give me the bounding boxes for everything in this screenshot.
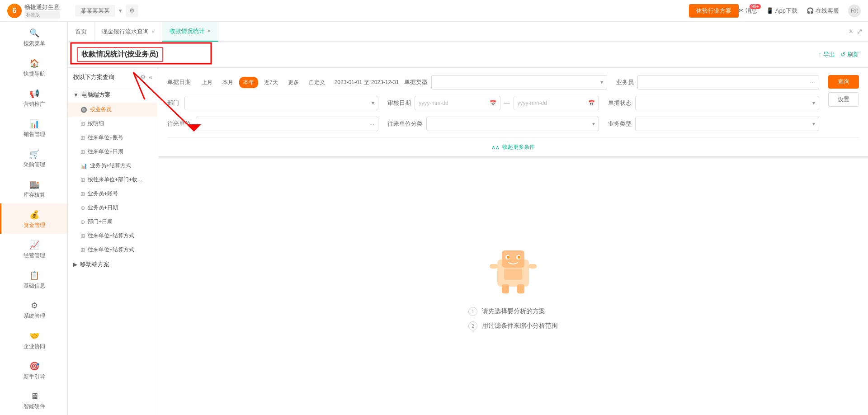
tab-cashflow[interactable]: 现金银行流水查询 × [94,22,162,42]
scheme-panel: 按以下方案查询 + ⚙ « ▼ 电脑端方案 🔘 按业务员 [68,68,158,415]
filter-row-3: 往来单位 ··· 往来单位分类 [167,117,819,131]
tab-receipt-stats-close[interactable]: × [208,28,211,34]
filter-settings-button[interactable]: 设置 [828,92,859,107]
sidebar-item-guide[interactable]: 🎯 新手引导 [0,355,67,385]
scheme-item-icon-5: ⊞ [80,177,85,183]
sidebar-label-sysadmin: 系统管理 [24,312,45,320]
step-1-num: 1 [468,307,477,316]
sidebar-item-corp[interactable]: 🤝 企业协同 [0,325,67,355]
scheme-item-4[interactable]: 📊 业务员+结算方式 [68,159,158,173]
sidebar-item-inventory[interactable]: 🏬 库存核算 [0,173,67,203]
scheme-item-2[interactable]: ⊞ 往来单位+账号 [68,131,158,145]
scheme-category-desktop[interactable]: ▼ 电脑端方案 [68,87,158,103]
scheme-item-8[interactable]: ⊙ 部门+日期 [68,215,158,229]
page-header: 收款情况统计(按业务员) ↑ 导出 ↺ 刷新 [68,42,868,68]
doc-status-select[interactable]: ▾ [635,96,819,110]
shortcut-last-month[interactable]: 上月 [198,77,217,88]
sidebar-item-finance[interactable]: 💰 资金管理 [0,203,67,234]
tab-close-all-icon[interactable]: × [849,28,853,36]
sidebar-item-baseinfo[interactable]: 📋 基础信息 [0,264,67,294]
refresh-button[interactable]: ↺ 刷新 [840,51,859,59]
settings-icon[interactable]: ⚙ [126,5,138,17]
user-avatar-text: Rit [851,7,858,14]
scheme-collapse-icon[interactable]: « [149,74,152,81]
tab-restore-icon[interactable]: ⤢ [857,27,863,36]
scheme-item-7[interactable]: ⊙ 业务员+日期 [68,201,158,215]
sidebar-item-purchase[interactable]: 🛒 采购管理 [0,143,67,173]
sidebar-label-marketing: 营销推广 [24,100,45,108]
online-service-label: 在线客服 [816,7,839,15]
scheme-item-6[interactable]: ⊞ 业务员+账号 [68,187,158,201]
shortcut-custom[interactable]: 自定义 [305,77,329,88]
calendar-icon-2: 📅 [588,100,595,106]
shortcut-more[interactable]: 更多 [284,77,303,88]
scheme-item-3[interactable]: ⊞ 往来单位+日期 [68,145,158,159]
svg-rect-8 [528,264,537,269]
counterpart-category-select[interactable]: ▾ [426,117,599,131]
export-icon: ↑ [819,51,822,58]
scheme-header: 按以下方案查询 + ⚙ « [68,68,158,87]
scheme-item-9[interactable]: ⊞ 往来单位+结算方式 [68,229,158,243]
app-download-area[interactable]: 📱 App下载 [766,7,797,15]
scheme-item-5[interactable]: ⊞ 按往来单位+部门+收... [68,173,158,187]
doctype-select[interactable]: ▾ [431,75,607,90]
export-button[interactable]: ↑ 导出 [819,51,835,59]
export-label: 导出 [823,51,835,59]
review-date-to[interactable]: yyyy-mm-dd 📅 [514,96,599,110]
scheme-category-mobile-arrow: ▶ [73,261,77,268]
dept-select[interactable]: ▾ [184,96,378,110]
doc-status-chevron-icon: ▾ [812,100,815,106]
collapse-icon: ∧∧ [491,144,500,151]
sidebar-item-search[interactable]: 🔍 搜索菜单 [0,22,67,52]
shortcut-7days[interactable]: 近7天 [260,77,282,88]
sidebar-item-sysadmin[interactable]: ⚙ 系统管理 [0,294,67,325]
message-area[interactable]: ✉ 消息 99+ [739,7,757,15]
scheme-settings-icon[interactable]: ⚙ [140,74,146,81]
business-type-label: 业务类型 [608,120,632,128]
phone-icon: 📱 [766,7,774,14]
tab-home[interactable]: 首页 [68,22,94,42]
date-filter-row: 单据日期 上月 本月 本年 近7天 更多 自定义 [167,75,819,90]
sidebar-item-sales[interactable]: 📊 销售管理 [0,113,67,143]
sidebar-item-hardware[interactable]: 🖥 智能硬件 [0,385,67,415]
business-type-select[interactable]: ▾ [635,117,819,131]
marketing-icon: 📢 [29,89,39,99]
filter-row-1: 单据日期 上月 本月 本年 近7天 更多 自定义 [167,75,859,131]
user-avatar[interactable]: Rit [848,5,861,17]
shortcut-this-year[interactable]: 本年 [239,77,258,88]
sidebar-label-business: 经营管理 [24,252,45,259]
sidebar-item-marketing[interactable]: 📢 营销推广 [0,82,67,113]
tab-cashflow-close[interactable]: × [151,28,155,35]
scheme-item-label-6: 业务员+账号 [88,190,118,198]
scheme-item-1[interactable]: ⊞ 按明细 [68,117,158,131]
svg-rect-9 [502,284,509,293]
counterpart-select[interactable]: ··· [196,117,378,131]
salesperson-label: 业务员 [616,78,634,86]
workspace-name[interactable]: 某某某某某 [75,5,115,17]
online-service-area[interactable]: 🎧 在线客服 [807,7,839,15]
sidebar-item-quicknav[interactable]: 🏠 快捷导航 [0,52,67,82]
scheme-item-10[interactable]: ⊞ 往来单位+结算方式 [68,243,158,257]
message-badge: 99+ [750,4,761,9]
salesperson-select[interactable]: ··· [637,75,819,90]
trial-button[interactable]: 体验行业方案 [689,4,739,18]
sidebar-item-business[interactable]: 📈 经营管理 [0,234,67,264]
logo-icon: 6 [7,4,22,18]
empty-step-1: 1 请先选择要分析的方案 [468,307,558,316]
right-panel: 单据日期 上月 本月 本年 近7天 更多 自定义 [158,68,868,415]
date-range-display: 2023-01-01 至 2023-12-31 [335,79,399,86]
scheme-item-label-4: 业务员+结算方式 [90,162,131,170]
scheme-add-icon[interactable]: + [134,74,137,81]
standard-badge: 标准版 [24,11,60,19]
scheme-category-mobile[interactable]: ▶ 移动端方案 [68,257,158,272]
shortcut-this-month[interactable]: 本月 [218,77,237,88]
tab-receipt-stats[interactable]: 收款情况统计 × [162,22,218,42]
collapse-bar[interactable]: ∧∧ 收起更多条件 [167,137,859,156]
scheme-item-0[interactable]: 🔘 按业务员 [68,103,158,117]
scheme-item-label-8: 部门+日期 [88,218,113,226]
query-button[interactable]: 查询 [828,75,859,89]
workspace-dropdown-icon[interactable]: ▾ [119,7,122,14]
review-date-from[interactable]: yyyy-mm-dd 📅 [415,96,500,110]
sidebar: 🔍 搜索菜单 🏠 快捷导航 📢 营销推广 📊 销售管理 🛒 采购管理 🏬 库存核… [0,22,68,415]
scheme-item-icon-4: 📊 [80,163,87,169]
